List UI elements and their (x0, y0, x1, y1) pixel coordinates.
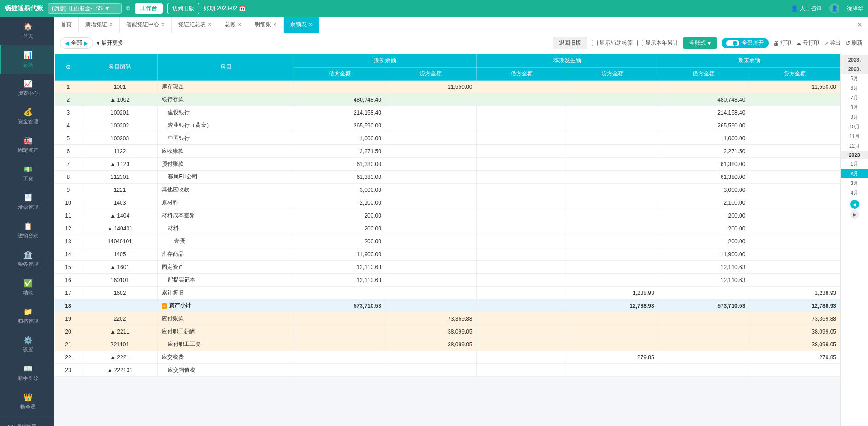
row-code: 100201 (82, 106, 158, 119)
expand-more-button[interactable]: ▾ 展开更多 (97, 39, 123, 47)
show-ytd-checkbox[interactable]: 显示本年累计 (637, 39, 678, 47)
row-subject[interactable]: 配提票记本 (157, 274, 294, 287)
row-amount (476, 106, 567, 119)
tab-bar-close[interactable]: ✕ (851, 21, 868, 29)
row-subject[interactable]: 库存商品 (157, 248, 294, 261)
month-9[interactable]: 9月 (841, 112, 868, 122)
sidebar-item-vip[interactable]: 👑 畅会员 (0, 387, 54, 416)
tab-voucher-summary-close[interactable]: ✕ (208, 22, 211, 27)
panel-btn-2[interactable]: ▶ (850, 210, 859, 219)
row-subject[interactable]: 材料成本差异 (157, 209, 294, 222)
sidebar-item-home[interactable]: 🏠 首页 (0, 17, 54, 45)
show-auxiliary-checkbox[interactable]: 显示辅助核算 (592, 39, 633, 47)
sidebar-item-ledger[interactable]: 📊 总账 (0, 45, 54, 74)
row-amount (385, 184, 476, 196)
tab-smart-voucher-close[interactable]: ✕ (161, 22, 165, 27)
cloud-print-icon: ☁ (796, 40, 801, 46)
style-button[interactable]: 全账式 ▾ (683, 37, 717, 49)
workspace-button[interactable]: 工作台 (135, 3, 163, 14)
row-subject[interactable]: 应付职工工资 (157, 338, 294, 351)
row-subject[interactable]: 壹蛋 (157, 235, 294, 248)
sidebar-item-assets[interactable]: 🏭 固定资产 (0, 131, 54, 159)
refresh-button[interactable]: ↺ 刷新 (845, 39, 862, 47)
sidebar-item-closing[interactable]: ✅ 结账 (0, 273, 54, 302)
ytd-checkbox-input[interactable] (637, 40, 643, 46)
month-4[interactable]: 4月 (841, 188, 868, 198)
month-8[interactable]: 8月 (841, 103, 868, 112)
tab-balance-sheet[interactable]: 余额表 ✕ (284, 17, 319, 33)
row-subject[interactable]: 固定资产 (157, 261, 294, 274)
month-2[interactable]: 2月 (841, 169, 868, 178)
row-subject[interactable]: 应收账款 (157, 145, 294, 158)
row-subject[interactable]: 累计折旧 (157, 287, 294, 299)
row-code: ▲ 2221 (82, 351, 158, 364)
month-3[interactable]: 3月 (841, 178, 868, 188)
row-subject[interactable]: 预付账款 (157, 158, 294, 171)
row-subject[interactable]: 应付账款 (157, 312, 294, 325)
month-10[interactable]: 10月 (841, 122, 868, 132)
calendar-icon[interactable]: 📅 (239, 5, 246, 12)
row-subject[interactable]: 原材料 (157, 196, 294, 209)
auxiliary-checkbox-input[interactable] (592, 40, 598, 46)
row-subject[interactable]: 赛属EU公司 (157, 171, 294, 184)
expand-all-toggle[interactable]: 全部展开 (722, 38, 769, 48)
month-5[interactable]: 5月 (841, 74, 868, 83)
tab-balance-sheet-close[interactable]: ✕ (309, 22, 312, 27)
sidebar-item-purchase[interactable]: 📋 进销台账 (0, 216, 54, 245)
cloud-print-button[interactable]: ☁ 云打印 (796, 39, 819, 47)
sidebar-item-guide[interactable]: 📖 新手引导 (0, 359, 54, 387)
row-amount (567, 338, 658, 351)
col-settings-icon[interactable]: ⚙ (55, 54, 82, 81)
switch-version-button[interactable]: 切到旧版 (167, 3, 199, 14)
row-amount (567, 325, 658, 338)
tab-detail-ledger[interactable]: 明细账 ✕ (248, 17, 284, 33)
tab-home[interactable]: 首页 (54, 17, 79, 33)
row-subject[interactable]: 银行存款 (157, 93, 294, 106)
tab-new-voucher[interactable]: 新增凭证 ✕ (79, 17, 120, 33)
month-7[interactable]: 7月 (841, 93, 868, 103)
sidebar-item-unfix[interactable]: ◀◀ 取消固定 (2, 420, 52, 426)
company-selector[interactable]: (勿删) 江西股金-LSS ▼ (48, 3, 122, 14)
tab-detail-ledger-close[interactable]: ✕ (273, 22, 277, 27)
toggle-switch[interactable] (726, 40, 739, 46)
consult-button[interactable]: 👤 人工咨询 (791, 5, 822, 12)
tab-new-voucher-close[interactable]: ✕ (109, 22, 113, 27)
copy-icon[interactable]: ⧉ (126, 5, 130, 12)
sidebar-item-settings[interactable]: ⚙️ 设置 (0, 330, 54, 359)
tab-general-ledger-close[interactable]: ✕ (238, 22, 241, 27)
sidebar-item-capital[interactable]: 💰 资金管理 (0, 102, 54, 131)
row-subject[interactable]: 农业银行（黄金） (157, 119, 294, 132)
filter-button[interactable]: ◀ 全部 ▶ (60, 37, 93, 49)
print-button[interactable]: 🖨 打印 (773, 39, 791, 47)
sidebar-item-reports[interactable]: 📈 报表中心 (0, 74, 54, 102)
return-button[interactable]: 退回旧版 (553, 37, 587, 49)
row-subject[interactable]: 应交增值税 (157, 364, 294, 377)
tab-voucher-summary[interactable]: 凭证汇总表 ✕ (172, 17, 218, 33)
row-amount (385, 145, 476, 158)
month-11[interactable]: 11月 (841, 132, 868, 141)
row-subject[interactable]: 其他应收款 (157, 184, 294, 196)
row-amount: 265,590.00 (658, 119, 749, 132)
col-end-balance-header: 期末余额 (658, 54, 840, 68)
right-panel-year3[interactable]: 2023 (841, 151, 868, 159)
sidebar-item-payroll[interactable]: 💵 工资 (0, 159, 54, 188)
sidebar-item-invoice[interactable]: 🧾 发票管理 (0, 188, 54, 216)
row-subject[interactable]: 材料 (157, 222, 294, 235)
panel-btn-1[interactable]: ◀ (850, 200, 859, 209)
row-subject[interactable]: 应付职工薪酬 (157, 325, 294, 338)
tab-general-ledger[interactable]: 总账 ✕ (218, 17, 248, 33)
row-amount: 214,158.40 (294, 106, 385, 119)
row-subject[interactable]: 建设银行 (157, 106, 294, 119)
month-6[interactable]: 6月 (841, 83, 868, 93)
sidebar-item-archive[interactable]: 📁 归档管理 (0, 302, 54, 330)
month-12[interactable]: 12月 (841, 141, 868, 151)
row-subject[interactable]: 中国银行 (157, 132, 294, 145)
export-button[interactable]: ↗ 导出 (824, 39, 841, 47)
month-1[interactable]: 1月 (841, 159, 868, 169)
tab-smart-voucher[interactable]: 智能凭证中心 ✕ (120, 17, 172, 33)
row-subject[interactable]: 库存现金 (157, 81, 294, 93)
user-avatar[interactable]: 👤 (829, 3, 839, 13)
row-subject[interactable]: 应交税费 (157, 351, 294, 364)
row-amount: 1,238.93 (749, 287, 840, 299)
sidebar-item-tax[interactable]: 🏦 税务管理 (0, 245, 54, 273)
